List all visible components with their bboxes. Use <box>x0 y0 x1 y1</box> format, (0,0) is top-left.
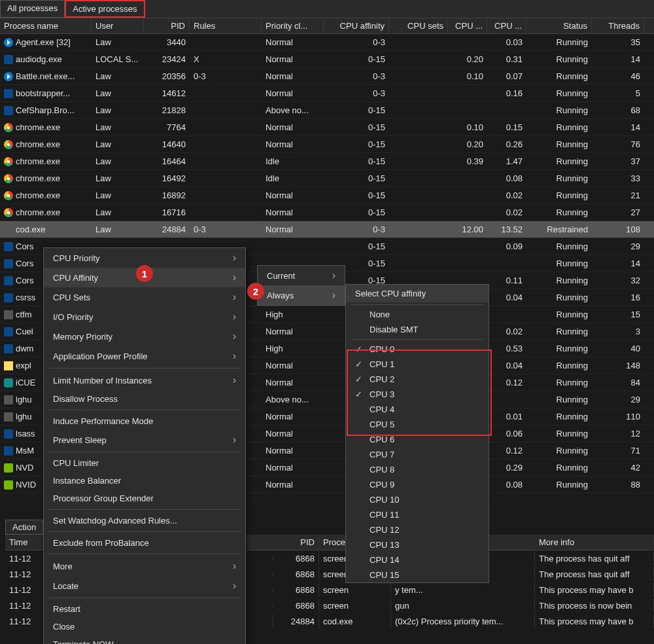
cpu-toggle-item[interactable]: CPU 9 <box>346 477 489 492</box>
cpu-toggle-item[interactable]: CPU 6 <box>346 432 489 447</box>
menu-item[interactable]: Prevent Sleep <box>44 430 245 450</box>
col-cpu-sets[interactable]: CPU sets <box>389 19 448 33</box>
menu-item[interactable]: Locate <box>44 576 245 596</box>
cpu-toggle-item[interactable]: CPU 14 <box>346 552 489 567</box>
log-process: screen <box>319 599 391 613</box>
col-user[interactable]: User <box>92 19 144 33</box>
cell-sets <box>389 194 448 198</box>
process-name: expl <box>16 361 31 370</box>
cpu-toggle-item[interactable]: CPU 2 <box>346 372 489 387</box>
col-process-name[interactable]: Process name <box>0 19 92 33</box>
menu-item[interactable]: Memory Priority <box>44 327 245 346</box>
process-name: csrss <box>16 293 35 302</box>
process-row[interactable]: Agent.exe [32]Law3440Normal0-30.03Runnin… <box>0 34 654 51</box>
menu-item[interactable]: CPU Sets <box>44 287 245 307</box>
cpu-toggle-item[interactable]: CPU 5 <box>346 417 489 432</box>
menu-item[interactable]: CPU Limiter <box>44 454 245 472</box>
cell-affinity: 0-15 <box>324 137 389 151</box>
menu-item[interactable]: Exclude from ProBalance <box>44 534 245 552</box>
col-threads[interactable]: Threads <box>592 19 644 33</box>
log-pid: 6868 <box>273 583 319 597</box>
submenu-affinity[interactable]: CurrentAlways <box>257 265 345 306</box>
process-icon <box>4 55 13 64</box>
process-row[interactable]: chrome.exeLaw16716Normal0-150.02Running2… <box>0 204 654 221</box>
cell-sets <box>389 143 448 147</box>
cpu-toggle-item[interactable]: CPU 3 <box>346 387 489 402</box>
menu-item[interactable]: I/O Priority <box>44 307 245 327</box>
col-cpu2[interactable]: CPU ... <box>487 19 526 33</box>
cell-status: Running <box>526 137 592 151</box>
log-pid: 6868 <box>273 552 319 565</box>
cell-user: Law <box>92 188 144 202</box>
col-cpu1[interactable]: CPU ... <box>448 19 487 33</box>
submenu-cpu-list[interactable]: Select CPU affinityNoneDisable SMTCPU 0C… <box>345 284 489 583</box>
cell-affinity: 0-15 <box>324 120 389 134</box>
cpu-toggle-item[interactable]: CPU 0 <box>346 342 489 357</box>
menu-item[interactable]: Limit Number of Instances <box>44 370 245 390</box>
cpu-toggle-item[interactable]: CPU 11 <box>346 507 489 522</box>
log-col-pid[interactable]: PID <box>273 535 319 549</box>
cpu-toggle-item[interactable]: CPU 13 <box>346 537 489 552</box>
menu-item[interactable]: Set Watchdog Advanced Rules... <box>44 512 245 529</box>
menu-item-label: Disallow Process <box>53 394 118 404</box>
process-row[interactable]: chrome.exeLaw16892Normal0-150.02Running2… <box>0 187 654 204</box>
cpu-toggle-item[interactable]: CPU 15 <box>346 567 489 582</box>
cell-cpu2: 13.52 <box>487 223 526 236</box>
col-pid[interactable]: PID <box>144 19 190 33</box>
cpu-toggle-item[interactable]: CPU 7 <box>346 447 489 462</box>
menu-item[interactable]: Close <box>44 618 245 635</box>
col-priority[interactable]: Priority cl... <box>262 19 324 33</box>
cell-cpu2: 0.08 <box>487 171 526 185</box>
menu-item[interactable]: Disallow Process <box>44 390 245 408</box>
process-row[interactable]: chrome.exeLaw7764Normal0-150.100.15Runni… <box>0 119 654 136</box>
menu-item[interactable]: Restart <box>44 600 245 618</box>
process-row[interactable]: chrome.exeLaw16464Idle0-150.391.47Runnin… <box>0 153 654 170</box>
cell-priority: Normal <box>262 188 324 202</box>
menu-item[interactable]: Induce Performance Mode <box>44 412 245 430</box>
process-row[interactable]: Battle.net.exe...Law203560-3Normal0-30.1… <box>0 68 654 85</box>
cpu-toggle-item[interactable]: CPU 8 <box>346 462 489 477</box>
cpu-menu-item[interactable]: None <box>346 307 489 322</box>
cell-priority: Idle <box>262 154 324 168</box>
cpu-menu-item[interactable]: Disable SMT <box>346 322 489 337</box>
cpu-toggle-item[interactable]: CPU 1 <box>346 357 489 372</box>
cell-priority: Normal <box>262 206 324 219</box>
submenu-item[interactable]: Always <box>258 285 345 305</box>
process-row[interactable]: audiodg.exeLOCAL S...23424XNormal0-150.2… <box>0 51 654 68</box>
menu-item[interactable]: Terminate NOW <box>44 635 245 644</box>
menu-item[interactable]: Instance Balancer <box>44 472 245 490</box>
menu-item[interactable]: More <box>44 556 245 576</box>
log-col-info[interactable]: More info <box>535 535 654 549</box>
col-affinity[interactable]: CPU affinity <box>324 19 389 33</box>
process-row[interactable]: bootstrapper...Law14612Normal0-30.16Runn… <box>0 85 654 102</box>
menu-item-label: CPU Affinity <box>53 273 98 283</box>
cell-rules <box>190 160 262 164</box>
process-row[interactable]: cod.exeLaw248840-3Normal0-312.0013.52Res… <box>0 221 654 238</box>
submenu-item[interactable]: Current <box>258 266 345 285</box>
cell-status: Running <box>526 444 592 457</box>
menu-item[interactable]: Processor Group Extender <box>44 490 245 507</box>
tab-active-processes[interactable]: Active processes <box>65 0 145 18</box>
tab-all-processes[interactable]: All processes <box>0 0 65 18</box>
cell-threads: 76 <box>592 137 644 151</box>
col-status[interactable]: Status <box>526 19 592 33</box>
process-row[interactable]: CefSharp.Bro...Law21828Above no...0-15Ru… <box>0 102 654 119</box>
col-rules[interactable]: Rules <box>190 19 262 33</box>
cell-cpu1 <box>448 194 487 198</box>
process-row[interactable]: chrome.exeLaw14640Normal0-150.200.26Runn… <box>0 136 654 153</box>
cpu-toggle-item[interactable]: CPU 4 <box>346 402 489 417</box>
context-menu[interactable]: CPU PriorityCPU AffinityCPU SetsI/O Prio… <box>43 247 246 644</box>
cell-sets <box>389 75 448 79</box>
cell-priority: Above no... <box>262 103 324 117</box>
cpu-toggle-item[interactable]: CPU 10 <box>346 492 489 507</box>
cell-status: Running <box>526 52 592 66</box>
process-name: cod.exe <box>16 224 46 234</box>
cell-pid: 21828 <box>144 103 190 117</box>
tab-actions-log[interactable]: Action <box>5 520 43 535</box>
cell-status: Running <box>526 461 592 474</box>
process-icon <box>4 242 13 251</box>
cpu-toggle-item[interactable]: CPU 12 <box>346 522 489 537</box>
menu-item[interactable]: Application Power Profile <box>44 346 245 366</box>
process-row[interactable]: chrome.exeLaw16492Idle0-150.08Running33 <box>0 170 654 187</box>
process-icon <box>4 293 13 302</box>
